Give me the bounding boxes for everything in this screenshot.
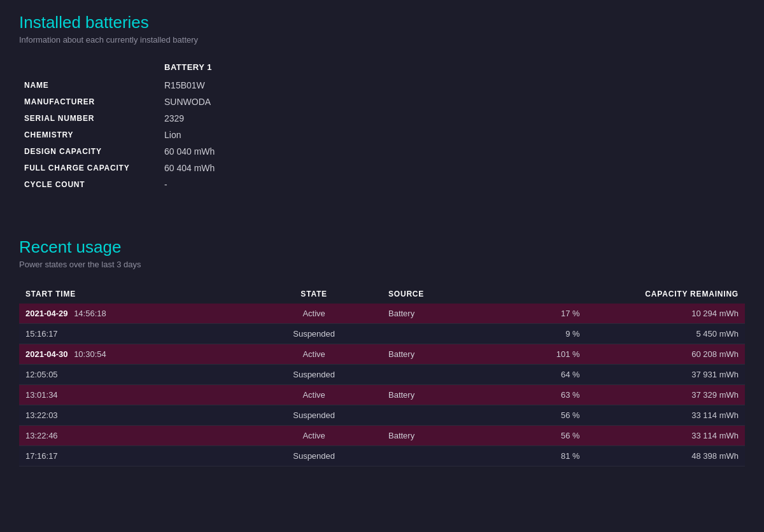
col-state: STATE — [246, 284, 382, 304]
usage-start-time: 2021-04-29 14:56:18 — [19, 304, 246, 324]
installed-batteries-title: Installed batteries — [19, 13, 745, 32]
battery-field-value: - — [159, 176, 745, 193]
battery-column-header: BATTERY 1 — [159, 60, 745, 77]
battery-field-value: SUNWODA — [159, 94, 745, 110]
usage-start-time: 2021-04-30 10:30:54 — [19, 344, 246, 365]
usage-capacity-mwh: 33 114 mWh — [586, 405, 745, 426]
recent-usage-title: Recent usage — [19, 237, 745, 257]
usage-capacity-mwh: 60 208 mWh — [586, 344, 745, 365]
usage-capacity-pct: 63 % — [495, 385, 586, 405]
col-source: SOURCE — [382, 284, 495, 304]
usage-start-time: 17:16:17 — [19, 446, 246, 466]
usage-source: Battery — [382, 304, 495, 324]
col-capacity: CAPACITY REMAINING — [495, 284, 745, 304]
battery-info-table: BATTERY 1 NAMER15B01WMANUFACTURERSUNWODA… — [19, 60, 745, 193]
usage-table: START TIME STATE SOURCE CAPACITY REMAINI… — [19, 284, 745, 466]
col-start-time: START TIME — [19, 284, 246, 304]
usage-source: Battery — [382, 344, 495, 365]
battery-field-label: CHEMISTRY — [19, 127, 159, 143]
battery-field-label: FULL CHARGE CAPACITY — [19, 160, 159, 176]
usage-state: Active — [246, 344, 382, 365]
installed-batteries-subtitle: Information about each currently install… — [19, 35, 745, 45]
usage-state: Active — [246, 385, 382, 405]
usage-capacity-mwh: 37 931 mWh — [586, 365, 745, 385]
usage-capacity-pct: 56 % — [495, 426, 586, 446]
battery-field-label: DESIGN CAPACITY — [19, 143, 159, 160]
usage-capacity-mwh: 33 114 mWh — [586, 426, 745, 446]
battery-field-value: 2329 — [159, 110, 745, 127]
recent-usage-subtitle: Power states over the last 3 days — [19, 260, 745, 269]
usage-capacity-mwh: 10 294 mWh — [586, 304, 745, 324]
usage-state: Suspended — [246, 365, 382, 385]
usage-start-time: 15:16:17 — [19, 324, 246, 344]
usage-table-row: 2021-04-29 14:56:18ActiveBattery17 %10 2… — [19, 304, 745, 324]
usage-source — [382, 324, 495, 344]
battery-field-value: 60 404 mWh — [159, 160, 745, 176]
usage-state: Suspended — [246, 405, 382, 426]
installed-batteries-section: Installed batteries Information about ea… — [19, 13, 745, 193]
usage-capacity-pct: 17 % — [495, 304, 586, 324]
usage-state: Suspended — [246, 446, 382, 466]
usage-table-row: 13:22:46ActiveBattery56 %33 114 mWh — [19, 426, 745, 446]
usage-start-time: 13:01:34 — [19, 385, 246, 405]
usage-capacity-pct: 56 % — [495, 405, 586, 426]
usage-source: Battery — [382, 385, 495, 405]
usage-table-row: 15:16:17Suspended9 %5 450 mWh — [19, 324, 745, 344]
usage-capacity-mwh: 37 329 mWh — [586, 385, 745, 405]
battery-field-label: CYCLE COUNT — [19, 176, 159, 193]
usage-state: Active — [246, 426, 382, 446]
usage-capacity-pct: 101 % — [495, 344, 586, 365]
usage-capacity-pct: 64 % — [495, 365, 586, 385]
usage-capacity-mwh: 5 450 mWh — [586, 324, 745, 344]
usage-source: Battery — [382, 426, 495, 446]
usage-state: Active — [246, 304, 382, 324]
usage-capacity-pct: 9 % — [495, 324, 586, 344]
usage-capacity-mwh: 48 398 mWh — [586, 446, 745, 466]
usage-table-row: 13:22:03Suspended56 %33 114 mWh — [19, 405, 745, 426]
usage-source — [382, 405, 495, 426]
section-spacer — [19, 199, 745, 237]
usage-source — [382, 365, 495, 385]
battery-field-label: MANUFACTURER — [19, 94, 159, 110]
usage-state: Suspended — [246, 324, 382, 344]
battery-field-label: NAME — [19, 77, 159, 94]
usage-table-row: 13:01:34ActiveBattery63 %37 329 mWh — [19, 385, 745, 405]
recent-usage-section: Recent usage Power states over the last … — [19, 237, 745, 466]
usage-capacity-pct: 81 % — [495, 446, 586, 466]
usage-table-row: 2021-04-30 10:30:54ActiveBattery101 %60 … — [19, 344, 745, 365]
battery-field-value: 60 040 mWh — [159, 143, 745, 160]
usage-start-time: 13:22:46 — [19, 426, 246, 446]
battery-field-value: Lion — [159, 127, 745, 143]
usage-table-row: 17:16:17Suspended81 %48 398 mWh — [19, 446, 745, 466]
usage-start-time: 13:22:03 — [19, 405, 246, 426]
battery-field-label: SERIAL NUMBER — [19, 110, 159, 127]
battery-field-value: R15B01W — [159, 77, 745, 94]
usage-table-row: 12:05:05Suspended64 %37 931 mWh — [19, 365, 745, 385]
usage-source — [382, 446, 495, 466]
usage-start-time: 12:05:05 — [19, 365, 246, 385]
